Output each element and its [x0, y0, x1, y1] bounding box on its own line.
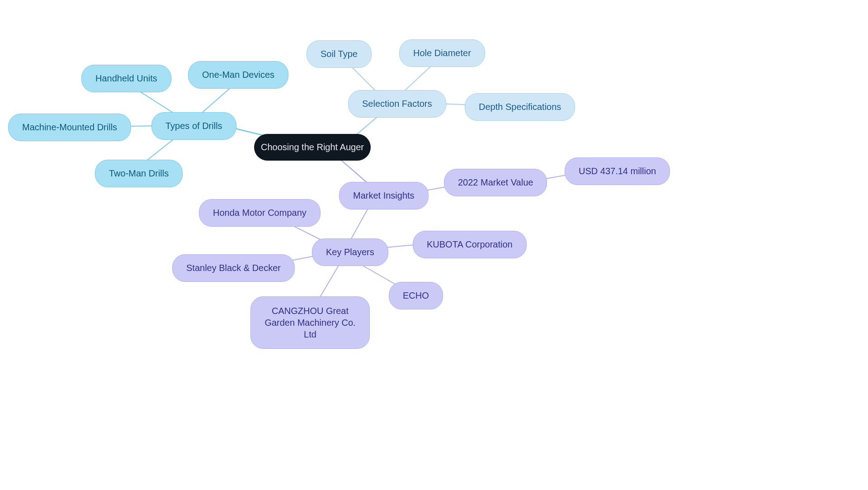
types-node[interactable]: Types of Drills	[151, 112, 236, 140]
twoman-node[interactable]: Two-Man Drills	[95, 160, 183, 187]
machine-node[interactable]: Machine-Mounted Drills	[8, 114, 131, 141]
machine-label: Machine-Mounted Drills	[22, 122, 117, 133]
diameter-node[interactable]: Hole Diameter	[399, 39, 485, 67]
usd-node[interactable]: USD 437.14 million	[565, 157, 670, 185]
honda-node[interactable]: Honda Motor Company	[199, 199, 321, 227]
diameter-label: Hole Diameter	[413, 48, 471, 58]
echo-node[interactable]: ECHO	[389, 282, 443, 309]
echo-label: ECHO	[403, 290, 429, 301]
depth-node[interactable]: Depth Specifications	[465, 93, 575, 121]
value2022-label: 2022 Market Value	[458, 177, 533, 188]
stanley-label: Stanley Black & Decker	[186, 263, 281, 273]
kubota-node[interactable]: KUBOTA Corporation	[413, 231, 527, 258]
factors-label: Selection Factors	[362, 99, 432, 109]
root-node[interactable]: Choosing the Right Auger	[254, 134, 371, 161]
honda-label: Honda Motor Company	[213, 208, 307, 218]
handheld-node[interactable]: Handheld Units	[81, 65, 171, 92]
cangzhou-label: CANGZHOU Great Garden Machinery Co. Ltd	[264, 305, 356, 340]
oneman-label: One-Man Devices	[202, 70, 274, 80]
usd-label: USD 437.14 million	[579, 166, 656, 176]
twoman-label: Two-Man Drills	[109, 168, 169, 179]
handheld-label: Handheld Units	[95, 73, 157, 84]
players-label: Key Players	[326, 247, 374, 257]
market-label: Market Insights	[353, 190, 415, 201]
market-node[interactable]: Market Insights	[339, 182, 429, 209]
types-label: Types of Drills	[165, 121, 222, 131]
soil-node[interactable]: Soil Type	[307, 40, 372, 68]
stanley-node[interactable]: Stanley Black & Decker	[172, 254, 295, 282]
svg-line-7	[402, 63, 434, 93]
kubota-label: KUBOTA Corporation	[427, 239, 513, 250]
oneman-node[interactable]: One-Man Devices	[188, 61, 288, 89]
depth-label: Depth Specifications	[479, 102, 561, 112]
factors-node[interactable]: Selection Factors	[348, 90, 446, 118]
value2022-node[interactable]: 2022 Market Value	[444, 169, 547, 196]
soil-label: Soil Type	[321, 49, 358, 59]
root-label: Choosing the Right Auger	[261, 142, 364, 152]
cangzhou-node[interactable]: CANGZHOU Great Garden Machinery Co. Ltd	[250, 296, 370, 349]
players-node[interactable]: Key Players	[312, 238, 388, 266]
